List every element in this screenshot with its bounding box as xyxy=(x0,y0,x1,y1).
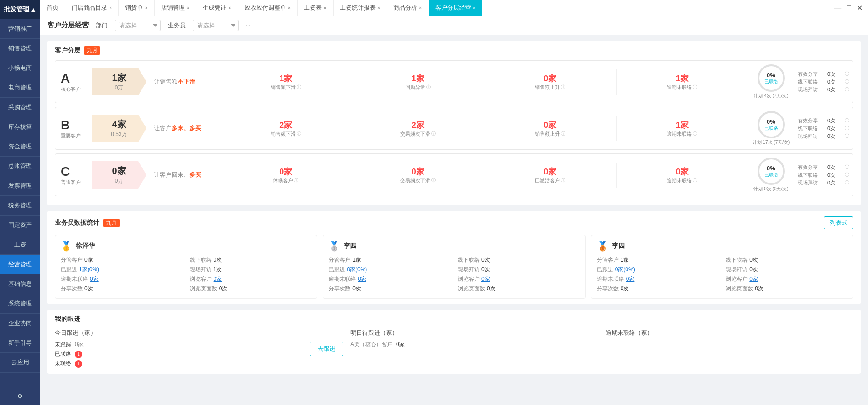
tomorrow-row-1: A类（核心）客户 0家 xyxy=(350,340,598,349)
tab-close-icon[interactable]: × xyxy=(324,5,326,11)
side-stat: 现场拜访 0次 ⓘ xyxy=(798,179,849,186)
tab-工资统计报表[interactable]: 工资统计报表× xyxy=(334,0,387,16)
info-icon[interactable]: ⓘ xyxy=(845,164,849,170)
sidebar-item-小畅电商[interactable]: 小畅电商 xyxy=(0,58,40,78)
info-icon[interactable]: ⓘ xyxy=(845,179,849,186)
tab-客户分层经营[interactable]: 客户分层经营× xyxy=(429,0,482,16)
tab-门店商品目录[interactable]: 门店商品目录× xyxy=(65,0,119,16)
more-options-icon[interactable]: ··· xyxy=(246,21,252,30)
tab-maximize-button[interactable]: □ xyxy=(845,2,853,14)
tab-close-icon[interactable]: × xyxy=(145,5,147,11)
sidebar-settings[interactable]: ⚙ xyxy=(0,387,40,405)
sidebar-item-发票管理[interactable]: 发票管理 xyxy=(0,176,40,196)
info-icon[interactable]: ⓘ xyxy=(845,71,849,77)
sidebar-item-新手引导[interactable]: 新手引导 xyxy=(0,333,40,353)
tab-店铺管理[interactable]: 店铺管理× xyxy=(155,0,196,16)
staff-stat: 浏览页面数 0次 xyxy=(458,285,580,293)
tab-商品分析[interactable]: 商品分析× xyxy=(387,0,429,16)
sidebar-item-工资[interactable]: 工资 xyxy=(0,235,40,255)
tab-label: 生成凭证 xyxy=(203,4,226,12)
sidebar-item-税务管理[interactable]: 税务管理 xyxy=(0,196,40,216)
sidebar-header[interactable]: 批发管理 ▲ xyxy=(0,0,40,19)
tier-stat: 1家 销售额下滑 ⓘ xyxy=(220,69,352,95)
tier-side-stats-C: 有效分享 0次 ⓘ 线下联络 0次 ⓘ 现场拜访 0次 ⓘ xyxy=(794,161,853,189)
tier-count-C: 0家 0万 xyxy=(92,161,146,189)
staff-stat: 浏览页面数 0次 xyxy=(190,285,312,293)
tab-home[interactable]: 首页 xyxy=(40,0,65,16)
side-stat: 线下联络 0次 ⓘ xyxy=(798,172,849,179)
sidebar-item-销售管理[interactable]: 销售管理 xyxy=(0,39,40,58)
tier-row-A: A 核心客户 1家 0万 让销售额不下滑 1家 销售额下滑 ⓘ 1家 回购异常 … xyxy=(55,60,853,103)
dept-label: 部门 xyxy=(96,21,108,30)
staff-stat: 逾期未联络 0家 xyxy=(597,275,719,283)
info-icon[interactable]: ⓘ xyxy=(693,84,697,90)
sidebar-item-基础信息[interactable]: 基础信息 xyxy=(0,274,40,294)
tab-close-icon[interactable]: × xyxy=(228,5,231,11)
tab-close-icon[interactable]: × xyxy=(288,5,291,11)
staff-stat: 现场拜访 1次 xyxy=(190,266,312,274)
tab-工资表[interactable]: 工资表× xyxy=(298,0,333,16)
info-icon[interactable]: ⓘ xyxy=(294,177,298,184)
staff-stat: 浏览客户 0家 xyxy=(726,275,847,283)
followup-section: 我的跟进 今日跟进（家） 未跟踪 0家 已联络 1 未联络 1 xyxy=(47,310,861,374)
info-icon[interactable]: ⓘ xyxy=(845,125,849,131)
staff-select[interactable]: 请选择 xyxy=(193,20,239,31)
tier-count-A: 1家 0万 xyxy=(92,68,146,95)
sidebar-item-采购管理[interactable]: 采购管理 xyxy=(0,98,40,117)
sidebar-item-营销推广[interactable]: 营销推广 xyxy=(0,19,40,39)
sidebar-item-资金管理[interactable]: 资金管理 xyxy=(0,137,40,157)
info-icon[interactable]: ⓘ xyxy=(561,84,565,90)
tab-close-icon[interactable]: × xyxy=(377,5,380,11)
staff-section-header: 业务员数据统计 九月 列表式 xyxy=(55,216,853,229)
side-stat: 有效分享 0次 ⓘ xyxy=(798,117,849,124)
sidebar-item-经营管理[interactable]: 经营管理 xyxy=(0,255,40,274)
staff-name: 徐泽华 xyxy=(76,242,95,250)
staff-card-header: 🥈 李四 xyxy=(329,241,579,252)
info-icon[interactable]: ⓘ xyxy=(845,79,849,85)
today-row-2: 已联络 1 xyxy=(55,349,303,359)
info-icon[interactable]: ⓘ xyxy=(693,131,697,137)
tier-stat: 2家 交易频次下滑 ⓘ xyxy=(352,116,484,141)
tab-close-icon[interactable]: × xyxy=(109,5,112,11)
sidebar-item-固定资产[interactable]: 固定资产 xyxy=(0,216,40,235)
tab-close-icon[interactable]: × xyxy=(187,5,189,11)
staff-stat: 逾期未联络 0家 xyxy=(61,275,183,283)
sidebar-item-企业协同[interactable]: 企业协同 xyxy=(0,314,40,333)
tab-销货单[interactable]: 销货单× xyxy=(119,0,154,16)
info-icon[interactable]: ⓘ xyxy=(561,177,565,184)
tab-minimize-button[interactable]: — xyxy=(832,2,843,14)
side-stat: 线下联络 0次 ⓘ xyxy=(798,79,849,85)
tab-close-button[interactable]: ✕ xyxy=(855,2,864,14)
info-icon[interactable]: ⓘ xyxy=(426,84,431,90)
info-icon[interactable]: ⓘ xyxy=(845,172,849,178)
gear-icon: ⚙ xyxy=(17,393,23,400)
info-icon[interactable]: ⓘ xyxy=(693,177,697,184)
sidebar-item-系统管理[interactable]: 系统管理 xyxy=(0,294,40,314)
list-view-button[interactable]: 列表式 xyxy=(824,216,853,229)
sidebar-item-云应用[interactable]: 云应用 xyxy=(0,353,40,373)
info-icon[interactable]: ⓘ xyxy=(561,131,565,137)
staff-stat: 已跟进 0家(0%) xyxy=(597,266,719,274)
overdue-col: 逾期未联络（家） xyxy=(606,329,853,340)
info-icon[interactable]: ⓘ xyxy=(431,177,436,184)
info-icon[interactable]: ⓘ xyxy=(845,86,849,93)
info-icon[interactable]: ⓘ xyxy=(297,84,301,90)
tab-应收应付调整单[interactable]: 应收应付调整单× xyxy=(238,0,298,16)
goto-followup-button[interactable]: 去跟进 xyxy=(310,342,343,356)
customer-section: 客户分层 九月 A 核心客户 1家 0万 让销售额不下滑 1家 销售额下滑 ⓘ … xyxy=(47,41,861,205)
tab-close-icon[interactable]: × xyxy=(419,5,422,11)
toolbar: 客户分层经营 部门 请选择 业务员 请选择 ··· xyxy=(40,16,868,35)
staff-name: 李四 xyxy=(612,242,625,250)
tab-close-icon[interactable]: × xyxy=(473,5,476,11)
info-icon[interactable]: ⓘ xyxy=(845,117,849,124)
sidebar-item-总账管理[interactable]: 总账管理 xyxy=(0,157,40,176)
dept-select[interactable]: 请选择 xyxy=(115,20,161,31)
sidebar-item-电商管理[interactable]: 电商管理 xyxy=(0,78,40,98)
staff-stat: 现场拜访 0次 xyxy=(726,266,847,274)
info-icon[interactable]: ⓘ xyxy=(297,131,301,137)
sidebar-item-库存核算[interactable]: 库存核算 xyxy=(0,117,40,137)
info-icon[interactable]: ⓘ xyxy=(845,133,849,139)
tab-生成凭证[interactable]: 生成凭证× xyxy=(196,0,238,16)
info-icon[interactable]: ⓘ xyxy=(431,131,436,137)
tier-stats-B: 2家 销售额下滑 ⓘ 2家 交易频次下滑 ⓘ 0家 销售额上升 ⓘ 1家 逾期未… xyxy=(220,116,748,141)
